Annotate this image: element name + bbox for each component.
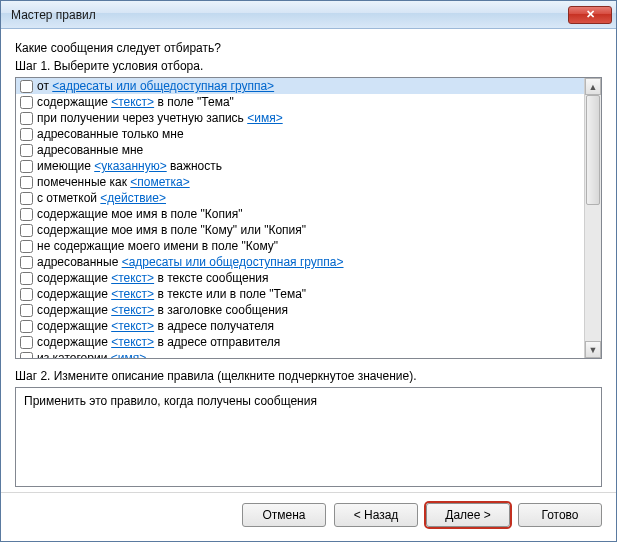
condition-link[interactable]: <пометка> [130,175,189,189]
back-button[interactable]: < Назад [334,503,418,527]
condition-pre: имеющие [37,159,94,173]
condition-pre: содержащие [37,271,111,285]
condition-pre: адресованные мне [37,143,143,157]
condition-row[interactable]: содержащие <текст> в адресе отправителя [16,334,584,350]
close-button[interactable]: ✕ [568,6,612,24]
condition-text: помеченные как <пометка> [37,175,190,189]
condition-checkbox[interactable] [20,144,33,157]
condition-row[interactable]: содержащие <текст> в тексте или в поле "… [16,286,584,302]
condition-text: не содержащие моего имени в поле "Кому" [37,239,278,253]
condition-link[interactable]: <адресаты или общедоступная группа> [52,79,274,93]
condition-pre: содержащие мое имя в поле "Кому" или "Ко… [37,223,306,237]
condition-pre: с отметкой [37,191,100,205]
condition-link[interactable]: <указанную> [94,159,167,173]
condition-text: с отметкой <действие> [37,191,166,205]
condition-checkbox[interactable] [20,320,33,333]
close-icon: ✕ [586,8,595,21]
next-button[interactable]: Далее > [426,503,510,527]
question-text: Какие сообщения следует отбирать? [15,41,602,55]
condition-checkbox[interactable] [20,96,33,109]
condition-row[interactable]: содержащие <текст> в поле "Тема" [16,94,584,110]
condition-row[interactable]: содержащие мое имя в поле "Кому" или "Ко… [16,222,584,238]
condition-pre: содержащие [37,319,111,333]
condition-post: в адресе получателя [154,319,274,333]
condition-text: адресованные только мне [37,127,184,141]
finish-button[interactable]: Готово [518,503,602,527]
condition-checkbox[interactable] [20,240,33,253]
condition-link[interactable]: <текст> [111,95,154,109]
condition-pre: адресованные только мне [37,127,184,141]
condition-row[interactable]: имеющие <указанную> важность [16,158,584,174]
condition-checkbox[interactable] [20,272,33,285]
condition-post: в поле "Тема" [154,95,234,109]
condition-text: имеющие <указанную> важность [37,159,222,173]
condition-checkbox[interactable] [20,208,33,221]
cancel-button[interactable]: Отмена [242,503,326,527]
condition-text: содержащие <текст> в тексте или в поле "… [37,287,306,301]
condition-link[interactable]: <текст> [111,303,154,317]
condition-checkbox[interactable] [20,176,33,189]
condition-row[interactable]: содержащие <текст> в заголовке сообщения [16,302,584,318]
conditions-list[interactable]: от <адресаты или общедоступная группа>со… [16,78,584,358]
condition-post: в заголовке сообщения [154,303,288,317]
condition-checkbox[interactable] [20,336,33,349]
scroll-up-button[interactable]: ▲ [585,78,601,95]
condition-row[interactable]: адресованные <адресаты или общедоступная… [16,254,584,270]
condition-checkbox[interactable] [20,352,33,359]
condition-row[interactable]: при получении через учетную запись <имя> [16,110,584,126]
condition-text: от <адресаты или общедоступная группа> [37,79,274,93]
condition-text: содержащие мое имя в поле "Копия" [37,207,242,221]
condition-row[interactable]: содержащие мое имя в поле "Копия" [16,206,584,222]
condition-row[interactable]: из категории <имя> [16,350,584,358]
condition-link[interactable]: <имя> [111,351,146,358]
condition-link[interactable]: <адресаты или общедоступная группа> [122,255,344,269]
condition-checkbox[interactable] [20,112,33,125]
condition-row[interactable]: помеченные как <пометка> [16,174,584,190]
condition-pre: помеченные как [37,175,130,189]
condition-post: в тексте или в поле "Тема" [154,287,306,301]
condition-checkbox[interactable] [20,224,33,237]
condition-text: адресованные мне [37,143,143,157]
condition-pre: содержащие мое имя в поле "Копия" [37,207,242,221]
description-box[interactable]: Применить это правило, когда получены со… [15,387,602,487]
titlebar: Мастер правил ✕ [1,1,616,29]
condition-text: из категории <имя> [37,351,146,358]
scroll-track[interactable] [585,95,601,341]
condition-text: содержащие мое имя в поле "Кому" или "Ко… [37,223,306,237]
condition-pre: содержащие [37,287,111,301]
condition-text: содержащие <текст> в адресе получателя [37,319,274,333]
scroll-down-button[interactable]: ▼ [585,341,601,358]
scroll-thumb[interactable] [586,95,600,205]
condition-checkbox[interactable] [20,256,33,269]
condition-link[interactable]: <текст> [111,319,154,333]
step2-label: Шаг 2. Измените описание правила (щелкни… [15,369,602,383]
condition-checkbox[interactable] [20,80,33,93]
condition-link[interactable]: <текст> [111,287,154,301]
condition-checkbox[interactable] [20,288,33,301]
condition-text: содержащие <текст> в поле "Тема" [37,95,234,109]
button-row: Отмена < Назад Далее > Готово [1,492,616,541]
conditions-panel: от <адресаты или общедоступная группа>со… [15,77,602,359]
condition-checkbox[interactable] [20,304,33,317]
window-title: Мастер правил [11,8,568,22]
condition-pre: от [37,79,52,93]
condition-row[interactable]: от <адресаты или общедоступная группа> [16,78,584,94]
scrollbar[interactable]: ▲ ▼ [584,78,601,358]
condition-post: важность [167,159,222,173]
condition-row[interactable]: с отметкой <действие> [16,190,584,206]
condition-checkbox[interactable] [20,160,33,173]
condition-link[interactable]: <текст> [111,271,154,285]
condition-pre: адресованные [37,255,122,269]
condition-row[interactable]: не содержащие моего имени в поле "Кому" [16,238,584,254]
condition-link[interactable]: <действие> [100,191,166,205]
condition-link[interactable]: <имя> [247,111,282,125]
condition-checkbox[interactable] [20,192,33,205]
description-text: Применить это правило, когда получены со… [24,394,317,408]
condition-pre: не содержащие моего имени в поле "Кому" [37,239,278,253]
condition-row[interactable]: содержащие <текст> в адресе получателя [16,318,584,334]
condition-link[interactable]: <текст> [111,335,154,349]
condition-checkbox[interactable] [20,128,33,141]
condition-row[interactable]: адресованные мне [16,142,584,158]
condition-row[interactable]: содержащие <текст> в тексте сообщения [16,270,584,286]
condition-row[interactable]: адресованные только мне [16,126,584,142]
